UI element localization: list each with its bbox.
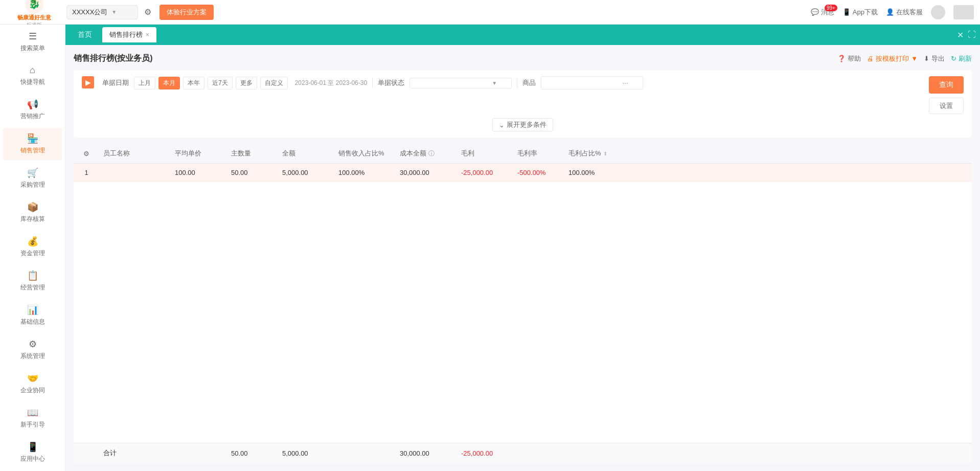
cost-help-icon[interactable]: ⓘ [428, 149, 435, 158]
sidebar-item-label: 搜索菜单 [20, 44, 45, 53]
tab-bar: 首页 销售排行榜 × ✕ ⛶ [65, 25, 980, 45]
tab-sales-ranking[interactable]: 销售排行榜 × [102, 27, 156, 42]
export-button[interactable]: ⬇ 导出 [924, 54, 945, 63]
sidebar-item-search[interactable]: ☰ 搜索菜单 [3, 26, 62, 58]
date-filter-label: 单据日期 [102, 78, 129, 87]
sidebar-item-sales[interactable]: 🏪 销售管理 [3, 128, 62, 160]
filter-dates: 上月 本月 本年 近7天 更多 自定义 [134, 77, 288, 89]
message-badge: 99+ [825, 5, 837, 11]
app-download-label: App下载 [853, 8, 878, 17]
sidebar-item-label: 快捷导航 [20, 78, 45, 86]
avatar[interactable] [931, 5, 945, 19]
sidebar-item-label: 销售管理 [20, 146, 45, 155]
gross-pct-sort-icon[interactable]: ⬆ [603, 151, 607, 156]
sidebar-item-apps[interactable]: 📱 应用中心 [3, 436, 62, 468]
tab-right-actions: ✕ ⛶ [957, 30, 976, 40]
print-button[interactable]: 🖨 按模板打印 ▼ [867, 54, 918, 63]
sidebar-item-finance[interactable]: 💰 资金管理 [3, 231, 62, 263]
tab-close-window-icon[interactable]: ✕ [957, 30, 964, 40]
sidebar-item-marketing[interactable]: 📢 营销推广 [3, 94, 62, 126]
online-service-icon: 👤 [886, 8, 894, 16]
date-range-display: 2023-06-01 至 2023-06-30 [295, 79, 367, 87]
company-selector[interactable]: XXXXX公司 ▼ [66, 5, 138, 19]
status-select-arrow-icon: ▼ [492, 80, 497, 86]
sidebar-item-guide[interactable]: 📖 新手引导 [3, 402, 62, 434]
sidebar-item-inventory[interactable]: 📦 库存核算 [3, 196, 62, 229]
sidebar-item-system[interactable]: ⚙ 系统管理 [3, 333, 62, 366]
sidebar-item-purchase[interactable]: 🛒 采购管理 [3, 162, 62, 194]
sidebar-item-collab[interactable]: 🤝 企业协同 [3, 368, 62, 400]
sidebar-item-quick[interactable]: ⌂ 快捷导航 [3, 60, 62, 92]
tab-close-icon[interactable]: × [146, 31, 149, 38]
export-label: 导出 [931, 54, 945, 63]
sidebar-item-basic[interactable]: 📊 基础信息 [3, 299, 62, 331]
user-name-area [953, 5, 974, 19]
th-name-label: 员工名称 [103, 149, 130, 158]
page-content: 销售排行榜(按业务员) ❓ 帮助 🖨 按模板打印 ▼ ⬇ [65, 45, 980, 471]
app-download-button[interactable]: 📱 App下载 [842, 8, 878, 17]
date-custom-btn[interactable]: 自定义 [260, 77, 288, 89]
online-service-button[interactable]: 👤 在线客服 [886, 8, 923, 17]
collab-icon: 🤝 [27, 373, 38, 384]
query-button[interactable]: 查询 [929, 76, 964, 94]
company-gear-icon[interactable]: ⚙ [142, 5, 153, 19]
tf-gross-pct [564, 443, 626, 463]
date-more-btn[interactable]: 更多 [236, 77, 257, 89]
table-header: ⚙ 员工名称 平均单价 主数量 全额 [74, 144, 972, 164]
date-cur-btn[interactable]: 本月 [158, 77, 180, 89]
th-avg-price-label: 平均单价 [175, 149, 201, 158]
sidebar-item-label: 营销推广 [20, 112, 45, 121]
filter-divider-2 [517, 78, 517, 88]
message-button[interactable]: 💬 消息 99+ [811, 8, 834, 17]
refresh-label: 刷新 [959, 54, 972, 63]
td-cost: 30,000.00 [396, 164, 457, 182]
page-title: 销售排行榜(按业务员) [74, 53, 153, 64]
company-arrow-icon: ▼ [111, 9, 117, 15]
th-settings[interactable]: ⚙ [74, 144, 99, 163]
print-arrow-icon: ▼ [911, 55, 918, 62]
svg-text:🐉: 🐉 [29, 0, 40, 10]
date-7-btn[interactable]: 近7天 [208, 77, 233, 89]
tf-avg-price [171, 443, 227, 463]
goods-select-more-icon: ··· [622, 79, 628, 87]
inventory-icon: 📦 [27, 201, 38, 213]
filter-row-1: 单据日期 上月 本月 本年 近7天 更多 自定义 2023-06-01 至 20… [102, 76, 921, 89]
basic-info-icon: 📊 [27, 304, 38, 316]
date-year-btn[interactable]: 本年 [183, 77, 204, 89]
goods-select[interactable]: ··· [541, 76, 643, 89]
help-button[interactable]: ❓ 帮助 [837, 54, 861, 63]
refresh-button[interactable]: ↻ 刷新 [951, 54, 972, 63]
th-sales-pct-label: 销售收入占比% [338, 149, 384, 158]
tf-qty: 50.00 [227, 443, 278, 463]
sales-icon: 🏪 [27, 133, 38, 144]
th-sales-pct: 销售收入占比% [334, 144, 396, 163]
sidebar-item-label: 库存核算 [20, 215, 45, 223]
tab-expand-icon[interactable]: ⛶ [968, 30, 976, 39]
filter-expand-arrow[interactable]: ▶ [82, 76, 94, 88]
message-icon: 💬 [811, 8, 819, 16]
td-rank: 1 [74, 164, 99, 182]
purchase-icon: 🛒 [27, 167, 38, 178]
th-amount-label: 全额 [282, 149, 295, 158]
td-gross-rate: -500.00% [513, 164, 564, 182]
td-amount: 5,000.00 [278, 164, 334, 182]
refresh-icon: ↻ [951, 55, 956, 62]
th-cost-label: 成本全额 [400, 149, 426, 158]
sidebar-item-label: 应用中心 [20, 455, 45, 463]
industry-button[interactable]: 体验行业方案 [159, 5, 214, 20]
tab-home[interactable]: 首页 [70, 26, 100, 43]
logo-text: 畅康通好生意 [17, 14, 51, 21]
filter-main-row: ▶ 单据日期 上月 本月 本年 近7天 更多 自定义 [82, 76, 964, 114]
finance-icon: 💰 [27, 236, 38, 247]
expand-more-btn[interactable]: ⌄ 展开更多条件 [492, 118, 553, 131]
th-cost: 成本全额 ⓘ [396, 144, 457, 163]
table-row: 1 100.00 50.00 5,000.00 100.00% 30,000.0… [74, 164, 972, 182]
status-select[interactable]: ▼ [409, 78, 512, 88]
settings-button[interactable]: 设置 [929, 98, 964, 114]
sidebar-item-operation[interactable]: 📋 经营管理 [3, 265, 62, 297]
sidebar-item-label: 基础信息 [20, 318, 45, 326]
tf-amount: 5,000.00 [278, 443, 334, 463]
date-prev-btn[interactable]: 上月 [134, 77, 155, 89]
td-sales-pct: 100.00% [334, 164, 396, 182]
th-gross-pct: 毛利占比% ⬆ [564, 144, 626, 163]
